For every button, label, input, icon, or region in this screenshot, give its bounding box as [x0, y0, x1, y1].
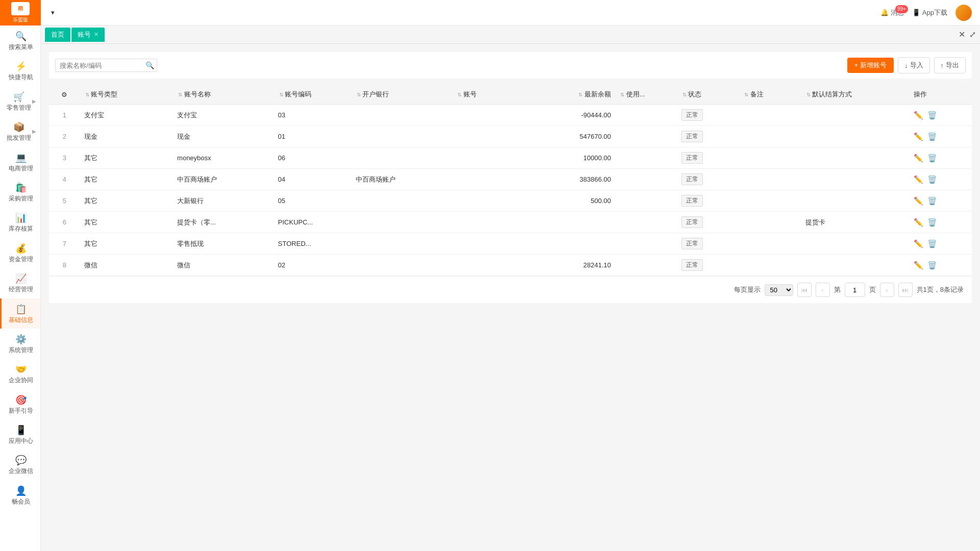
sidebar-item-enterprise-wechat[interactable]: 💬企业微信 — [0, 449, 40, 480]
sidebar-icon-wholesale-mgmt: 📦 — [13, 121, 24, 133]
sidebar-item-enterprise-agreement[interactable]: 🤝企业协同 — [0, 359, 40, 389]
sidebar-item-retail-mgmt[interactable]: 🛒零售管理▶ — [0, 86, 40, 116]
tab-account-close[interactable]: ✕ — [94, 31, 99, 38]
delete-icon[interactable]: 🗑️ — [927, 154, 937, 163]
cell-remark — [739, 212, 801, 233]
app-download-label: App下载 — [922, 8, 947, 17]
cell-type: 其它 — [80, 147, 173, 169]
tab-account[interactable]: 账号 ✕ — [71, 28, 105, 42]
sidebar-label-retail-mgmt: 零售管理 — [7, 104, 31, 111]
sidebar-icon-quick-nav: ⚡ — [15, 61, 27, 72]
sidebar-icon-enterprise-wechat: 💬 — [15, 455, 27, 466]
search-input[interactable] — [60, 62, 145, 69]
edit-icon[interactable]: ✏️ — [914, 154, 923, 163]
sidebar-item-wholesale-mgmt[interactable]: 📦批发管理▶ — [0, 116, 40, 146]
th-usage[interactable]: ⇅ 使用... — [615, 85, 677, 105]
sidebar-item-app-center[interactable]: 📱应用中心 — [0, 419, 40, 449]
delete-icon[interactable]: 🗑️ — [927, 239, 937, 248]
edit-icon[interactable]: ✏️ — [914, 175, 923, 184]
delete-icon[interactable]: 🗑️ — [927, 196, 937, 206]
cell-bank — [352, 126, 453, 147]
cell-account — [452, 169, 530, 190]
table-row: 7 其它 零售抵现 STORED... 正常 ✏️ 🗑️ — [49, 233, 972, 255]
th-account[interactable]: ⇅ 账号 — [452, 85, 530, 105]
cell-settlement — [801, 233, 910, 255]
status-badge: 正常 — [681, 195, 703, 207]
edit-icon[interactable]: ✏️ — [914, 239, 923, 248]
page-number-input[interactable] — [845, 283, 865, 297]
cell-balance: 383866.00 — [530, 169, 615, 190]
cell-action: ✏️ 🗑️ — [910, 255, 972, 276]
sidebar: 稻 乐盟版 🔍搜索菜单⚡快捷导航🛒零售管理▶📦批发管理▶💻电商管理🛍️采购管理📊… — [0, 0, 41, 551]
th-settlement[interactable]: ⇅ 默认结算方式 — [801, 85, 910, 105]
tab-close-all-icon[interactable]: ✕ — [959, 30, 965, 39]
search-box[interactable]: 🔍 — [55, 59, 157, 72]
delete-icon[interactable]: 🗑️ — [927, 132, 937, 141]
import-icon: ↓ — [904, 62, 908, 69]
edit-icon[interactable]: ✏️ — [914, 196, 923, 206]
app-download-button[interactable]: 📱 App下载 — [912, 8, 947, 17]
cell-type: 其它 — [80, 190, 173, 212]
export-button[interactable]: ↑ 导出 — [934, 57, 966, 73]
cell-num: 1 — [49, 105, 80, 126]
cell-action: ✏️ 🗑️ — [910, 105, 972, 126]
edit-icon[interactable]: ✏️ — [914, 132, 923, 141]
th-name[interactable]: ⇅ 账号名称 — [173, 85, 274, 105]
sidebar-item-ecommerce-mgmt[interactable]: 💻电商管理 — [0, 147, 40, 177]
tab-expand-icon[interactable]: ⤢ — [969, 30, 976, 39]
sidebar-item-quick-nav[interactable]: ⚡快捷导航 — [0, 56, 40, 86]
cell-type: 微信 — [80, 255, 173, 276]
th-status[interactable]: ⇅ 状态 — [677, 85, 740, 105]
edit-icon[interactable]: ✏️ — [914, 218, 923, 227]
add-account-button[interactable]: + 新增账号 — [847, 58, 894, 73]
logo: 稻 乐盟版 — [0, 0, 41, 26]
delete-icon[interactable]: 🗑️ — [927, 218, 937, 227]
th-remark[interactable]: ⇅ 备注 — [739, 85, 801, 105]
pagination-bar: 每页显示 50 100 200 ⏮ ‹ 第 页 › ⏭ 共1页，8条记录 — [49, 276, 972, 303]
sidebar-item-operations-mgmt[interactable]: 📈经营管理 — [0, 268, 40, 298]
header-store-dropdown[interactable]: ▾ — [49, 9, 55, 16]
sidebar-icon-basic-info: 📋 — [15, 304, 27, 315]
th-code[interactable]: ⇅ 账号编码 — [274, 85, 352, 105]
page-first-button[interactable]: ⏮ — [797, 283, 812, 297]
page-size-select[interactable]: 50 100 200 — [765, 284, 793, 296]
cell-action: ✏️ 🗑️ — [910, 233, 972, 255]
delete-icon[interactable]: 🗑️ — [927, 261, 937, 270]
sidebar-item-inventory[interactable]: 📊库存核算 — [0, 207, 40, 237]
cell-action: ✏️ 🗑️ — [910, 126, 972, 147]
edit-icon[interactable]: ✏️ — [914, 111, 923, 120]
page-prev-button[interactable]: ‹ — [816, 283, 830, 297]
sidebar-label-enterprise-agreement: 企业协同 — [9, 377, 33, 384]
edit-icon[interactable]: ✏️ — [914, 261, 923, 270]
cell-status: 正常 — [677, 190, 740, 212]
sidebar-item-purchase-mgmt[interactable]: 🛍️采购管理 — [0, 177, 40, 207]
export-icon: ↑ — [941, 62, 944, 69]
sidebar-item-search-menu[interactable]: 🔍搜索菜单 — [0, 26, 40, 56]
page-last-button[interactable]: ⏭ — [898, 283, 913, 297]
th-bank[interactable]: ⇅ 开户银行 — [352, 85, 453, 105]
page-next-button[interactable]: › — [880, 283, 894, 297]
sidebar-item-finance-mgmt[interactable]: 💰资金管理 — [0, 238, 40, 268]
sidebar-label-inventory: 库存核算 — [9, 225, 33, 232]
cell-remark — [739, 105, 801, 126]
th-balance[interactable]: ⇅ 最新余额 — [530, 85, 615, 105]
cell-name: 零售抵现 — [173, 233, 274, 255]
sidebar-item-system-mgmt[interactable]: ⚙️系统管理 — [0, 329, 40, 359]
message-button[interactable]: 🔔 消息 99+ — [880, 8, 904, 17]
delete-icon[interactable]: 🗑️ — [927, 175, 937, 184]
sidebar-item-member[interactable]: 👤畅会员 — [0, 480, 40, 510]
th-type[interactable]: ⇅ 账号类型 — [80, 85, 173, 105]
th-settings[interactable]: ⚙ — [49, 85, 80, 105]
cell-usage — [615, 212, 677, 233]
cell-name: 大新银行 — [173, 190, 274, 212]
cell-name: 微信 — [173, 255, 274, 276]
sidebar-item-new-guide[interactable]: 🎯新手引导 — [0, 389, 40, 419]
delete-icon[interactable]: 🗑️ — [927, 111, 937, 120]
tab-home[interactable]: 首页 — [45, 28, 70, 42]
user-avatar[interactable] — [955, 5, 972, 21]
sidebar-item-basic-info[interactable]: 📋基础信息 — [0, 298, 40, 329]
cell-account — [452, 105, 530, 126]
cell-balance: 28241.10 — [530, 255, 615, 276]
import-button[interactable]: ↓ 导入 — [898, 57, 930, 73]
sidebar-icon-retail-mgmt: 🛒 — [13, 91, 24, 103]
